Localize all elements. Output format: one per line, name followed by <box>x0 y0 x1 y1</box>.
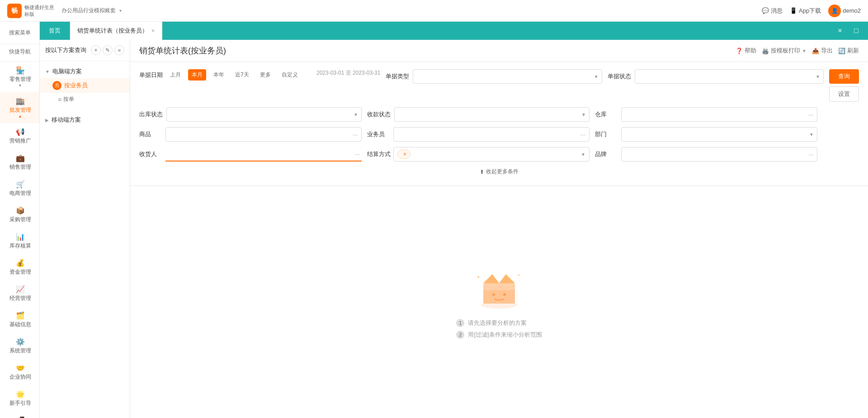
collapse-panel-btn[interactable]: « <box>114 45 124 55</box>
mobile-scheme-group-header[interactable]: ▶ 移动端方案 <box>40 113 130 127</box>
nav-dropdown-arrow[interactable]: ▾ <box>119 8 122 13</box>
sidebar-item-marketing[interactable]: 📢 营销推广 <box>0 123 39 149</box>
consignee-label: 收货人 <box>139 150 162 158</box>
sidebar-item-appstore[interactable]: 📲 应用中心 <box>0 412 39 418</box>
sales-icon: 💼 <box>16 154 25 162</box>
sidebar-item-sales[interactable]: 💼 销售管理 <box>0 149 39 176</box>
date-btn-this-year[interactable]: 本年 <box>210 69 228 81</box>
mobile-scheme-group: ▶ 移动端方案 <box>40 109 130 130</box>
sidebar-item-inventory[interactable]: 📊 库存核算 <box>0 228 39 254</box>
refresh-btn[interactable]: 🔄 刷新 <box>838 47 859 55</box>
help-btn[interactable]: ❓ 帮助 <box>736 47 756 55</box>
maximize-btn[interactable]: □ <box>850 24 863 37</box>
sidebar-item-newbie[interactable]: 🌟 新手引导 <box>0 385 39 412</box>
salesperson-filter: 业务员 ··· <box>367 127 590 142</box>
date-range-text: 2023-03-01 至 2023-03-31 <box>316 69 380 77</box>
tab-sales-stats[interactable]: 销货单统计表（按业务员） × <box>70 22 162 40</box>
sidebar-item-finance[interactable]: 💰 资金管理 <box>0 254 39 280</box>
date-btn-7days[interactable]: 近7天 <box>231 69 253 81</box>
doc-status-select-wrap <box>635 69 824 84</box>
tab-bar-actions: × □ <box>834 24 868 37</box>
doc-type-select[interactable] <box>413 69 602 84</box>
doc-type-label: 单据类型 <box>386 72 409 81</box>
settings-btn[interactable]: 设置 <box>829 86 859 102</box>
date-btn-this-month[interactable]: 本月 <box>188 69 206 81</box>
export-btn[interactable]: 📤 导出 <box>812 47 833 55</box>
retail-icon: 🏪 <box>16 66 25 75</box>
sidebar-item-ecommerce[interactable]: 🛒 电商管理 <box>0 176 39 202</box>
product-dots[interactable]: ··· <box>353 131 358 138</box>
sidebar-item-corp[interactable]: 🤝 企业协同 <box>0 359 39 385</box>
date-filter-group: 单据日期 上月 本月 本年 近7天 更多 自定义 <box>139 69 311 81</box>
dept-filter: 部门 <box>595 127 817 142</box>
doc-type-filter: 单据类型 <box>386 69 602 84</box>
settle-filter: 结算方式 × ▼ <box>367 147 590 162</box>
wholesale-icon: 🏬 <box>16 97 25 105</box>
product-label: 商品 <box>139 130 162 138</box>
collapse-btn[interactable]: ⬆ 收起更多条件 <box>139 165 859 178</box>
date-btn-last-month[interactable]: 上月 <box>166 69 184 81</box>
search-menu-btn[interactable]: 搜索菜单 <box>4 27 36 38</box>
warehouse-dots[interactable]: ··· <box>808 111 813 118</box>
logo-text: 畅捷通好生意 标版 <box>24 4 54 17</box>
svg-text:✦: ✦ <box>513 285 515 288</box>
warehouse-label: 仓库 <box>595 110 618 119</box>
filter-row-2: 出库状态 收款状态 <box>139 107 859 122</box>
settle-dropdown-arrow[interactable]: ▼ <box>581 152 585 157</box>
sidebar-item-retail[interactable]: 🏪 零售管理 ▼ <box>0 62 39 92</box>
payment-select[interactable] <box>394 107 590 122</box>
sidebar-menu: 🏪 零售管理 ▼ 🏬 批发管理 ▲ 📢 营销推广 💼 销售管理 🛒 电商管理 <box>0 62 39 418</box>
quick-nav-btn[interactable]: 快捷导航 <box>0 44 39 62</box>
consignee-input-wrap: ··· <box>165 147 362 162</box>
tab-home[interactable]: 首页 <box>40 22 70 40</box>
sidebar-item-basic[interactable]: 🗂️ 基础信息 <box>0 307 39 333</box>
logo-area[interactable]: 畅 畅捷通好生意 标版 <box>7 4 54 18</box>
scheme-by-salesperson[interactable]: 员 按业务员 <box>40 78 130 93</box>
sidebar-item-operations[interactable]: 📈 经营管理 <box>0 280 39 307</box>
top-nav-right: 💬 消息 📱 App下载 👤 demo2 <box>762 5 861 17</box>
scheme-by-order[interactable]: ≡ 按单 <box>40 93 130 106</box>
brand-dots[interactable]: ··· <box>808 151 813 158</box>
doc-status-select[interactable] <box>635 69 824 84</box>
edit-scheme-btn[interactable]: ✎ <box>103 45 113 55</box>
consignee-dots[interactable]: ··· <box>355 151 360 157</box>
purchase-icon: 📦 <box>16 206 25 215</box>
tip-num-1: 1 <box>456 319 464 327</box>
date-label: 单据日期 <box>139 71 163 79</box>
delivery-select-wrap <box>166 107 362 122</box>
tab-close-btn[interactable]: × <box>151 28 155 34</box>
user-menu[interactable]: 👤 demo2 <box>828 5 861 17</box>
sidebar-item-wholesale[interactable]: 🏬 批发管理 ▲ <box>0 92 39 123</box>
finance-icon: 💰 <box>16 259 25 267</box>
date-filter: 上月 本月 本年 近7天 更多 自定义 <box>166 69 302 81</box>
settle-tag: × <box>397 150 410 159</box>
dept-label: 部门 <box>595 130 618 138</box>
query-btn[interactable]: 查询 <box>829 69 859 84</box>
empty-tips: 1 请先选择要分析的方案 2 用[过滤]条件来缩小分析范围 <box>456 319 542 339</box>
print-btn[interactable]: 🖨️ 按模板打印 ▼ <box>762 47 807 55</box>
pc-scheme-group-header[interactable]: ▼ 电脑端方案 <box>40 65 130 78</box>
settle-input-wrap: × ▼ <box>393 147 590 162</box>
filter-area: 单据日期 上月 本月 本年 近7天 更多 自定义 <box>130 62 868 186</box>
left-panel: 按以下方案查询 + ✎ « ▼ 电脑端方案 员 <box>40 40 130 418</box>
salesperson-scheme-icon: 员 <box>52 81 61 90</box>
dept-select[interactable] <box>621 127 817 142</box>
app-download-btn[interactable]: 📱 App下载 <box>790 7 821 15</box>
filter-row-1: 单据日期 上月 本月 本年 近7天 更多 自定义 <box>139 69 859 102</box>
delivery-select[interactable] <box>166 107 362 122</box>
sidebar-item-purchase[interactable]: 📦 采购管理 <box>0 202 39 228</box>
date-btn-more[interactable]: 更多 <box>256 69 274 81</box>
sidebar-item-system[interactable]: ⚙️ 系统管理 <box>0 333 39 359</box>
message-btn[interactable]: 💬 消息 <box>762 7 783 15</box>
salesperson-dots[interactable]: ··· <box>580 131 585 138</box>
appstore-icon: 📲 <box>16 416 25 418</box>
page-title: 销货单统计表(按业务员) <box>139 45 226 56</box>
newbie-icon: 🌟 <box>16 390 25 399</box>
phone-icon: 📱 <box>790 7 797 14</box>
close-window-btn[interactable]: × <box>834 24 846 37</box>
warehouse-filter: 仓库 ··· <box>595 107 817 122</box>
date-btn-custom[interactable]: 自定义 <box>278 69 302 81</box>
add-scheme-btn[interactable]: + <box>91 45 101 55</box>
pc-scheme-group: ▼ 电脑端方案 员 按业务员 ≡ 按单 <box>40 61 130 109</box>
settle-tag-close[interactable]: × <box>403 151 406 157</box>
